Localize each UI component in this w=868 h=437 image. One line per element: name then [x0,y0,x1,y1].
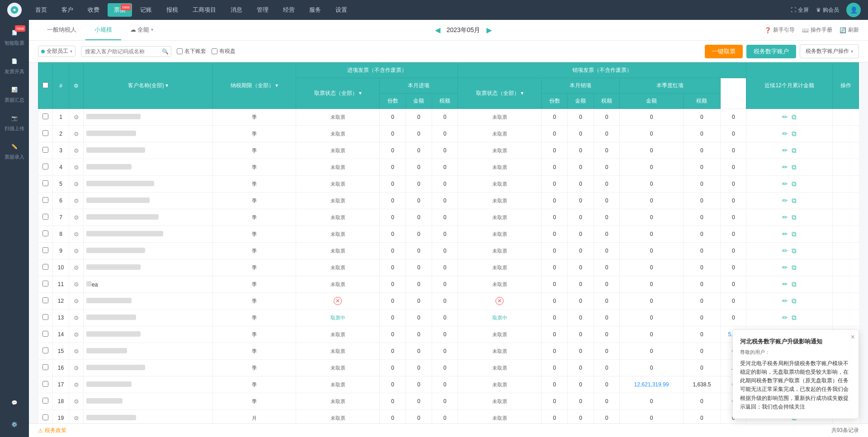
output-status-error-icon[interactable]: ✕ [495,297,504,305]
edit-btn[interactable]: ✏ [781,229,789,239]
row-checkbox[interactable] [42,348,48,353]
edit-btn[interactable]: ✏ [781,212,789,222]
row-setting-icon[interactable]: ⚙ [74,131,79,137]
nav-item-service[interactable]: 服务 [303,3,327,17]
nav-item-home[interactable]: 首页 [29,3,53,17]
row-setting-icon[interactable]: ⚙ [74,298,79,305]
row-setting-icon[interactable]: ⚙ [74,197,79,204]
row-setting-icon[interactable]: ⚙ [74,398,79,405]
nav-item-bookkeeping[interactable]: 记账 [134,3,158,17]
edit-btn[interactable]: ✏ [781,279,789,289]
notification-close-btn[interactable]: × [851,334,855,341]
row-checkbox[interactable] [42,381,48,387]
nav-item-client[interactable]: 客户 [55,3,80,17]
copy-btn[interactable]: ⧉ [791,229,797,239]
th-client-name[interactable]: 客户名称(全部) ▾ [84,63,213,109]
row-setting-icon[interactable]: ⚙ [74,264,79,271]
nav-item-fee[interactable]: 收费 [81,3,106,17]
row-checkbox[interactable] [42,314,48,320]
refresh-btn[interactable]: 🔄 刷新 [840,26,859,34]
tax-disk-checkbox[interactable] [212,48,217,54]
row-checkbox[interactable] [42,180,48,186]
th-output-status[interactable]: 取票状态（全部） ▾ [458,78,542,109]
edit-btn[interactable]: ✏ [781,246,789,256]
sidebar-item-ticket-summary[interactable]: 📊 票据汇总 [2,80,27,107]
row-setting-icon[interactable]: ⚙ [74,214,79,221]
row-checkbox[interactable] [42,264,48,270]
row-checkbox[interactable] [42,164,48,169]
row-setting-icon[interactable]: ⚙ [74,164,79,171]
th-input-status[interactable]: 取票状态（全部） ▾ [296,78,380,109]
row-setting-icon[interactable]: ⚙ [74,348,79,355]
nav-item-settings[interactable]: 设置 [329,3,354,17]
copy-btn[interactable]: ⧉ [791,212,797,222]
copy-btn[interactable]: ⧉ [791,146,797,155]
edit-btn[interactable]: ✏ [781,313,789,323]
row-checkbox[interactable] [42,281,48,287]
row-setting-icon[interactable]: ⚙ [74,281,79,288]
sidebar-item-smart-ticket[interactable]: 🧾 智能取票 new [2,23,27,50]
nav-item-operation[interactable]: 经营 [277,3,301,17]
nav-item-manage[interactable]: 管理 [250,3,275,17]
next-month-btn[interactable]: ▶ [484,25,495,36]
row-checkbox[interactable] [42,197,48,203]
copy-btn[interactable]: ⧉ [791,112,797,122]
row-checkbox[interactable] [42,230,48,236]
copy-btn[interactable]: ⧉ [791,246,797,256]
row-checkbox[interactable] [42,331,48,337]
edit-btn[interactable]: ✏ [781,146,789,155]
manual-btn[interactable]: 📖 操作手册 [802,26,832,34]
edit-btn[interactable]: ✏ [781,263,789,273]
copy-btn[interactable]: ⧉ [791,162,797,172]
sidebar-item-invoice-open[interactable]: 📄 发票开具 [2,52,27,79]
member-btn[interactable]: ♛ 购会员 [816,6,839,14]
one-click-ticket-btn[interactable]: 一键取票 [705,45,743,58]
fullscreen-btn[interactable]: ⛶ 全屏 [791,6,809,14]
row-checkbox[interactable] [42,130,48,136]
row-setting-icon[interactable]: ⚙ [74,181,79,188]
row-setting-icon[interactable]: ⚙ [74,365,79,371]
sidebar-item-scan-upload[interactable]: 📷 扫描上传 [2,109,27,136]
edit-btn[interactable]: ✏ [781,296,789,306]
edit-btn[interactable]: ✏ [781,129,789,139]
sidebar-item-message-bottom[interactable]: 💬 [2,394,27,412]
sub-tab-small[interactable]: 小规模 [85,20,121,40]
edit-btn[interactable]: ✏ [781,112,789,122]
row-setting-icon[interactable]: ⚙ [74,315,79,321]
nav-item-business[interactable]: 工商项目 [186,3,222,17]
nav-item-ticket[interactable]: 票据 new [108,3,132,17]
edit-btn[interactable]: ✏ [781,162,789,172]
copy-btn[interactable]: ⧉ [791,179,797,189]
sidebar-item-settings-bottom[interactable]: ⚙️ [2,415,27,433]
input-status-error-icon[interactable]: ✕ [334,297,342,305]
row-checkbox[interactable] [42,398,48,404]
red-amount-link[interactable]: 12,621,319.99 [634,381,669,388]
row-checkbox[interactable] [42,247,48,253]
tax-disk-checkbox-label[interactable]: 有税盘 [212,47,236,55]
row-checkbox[interactable] [42,364,48,370]
edit-btn[interactable]: ✏ [781,196,789,206]
copy-btn[interactable]: ⧉ [791,296,797,306]
tax-digital-ops-btn[interactable]: 税务数字账户操作 ▾ [800,44,859,58]
tax-digital-btn[interactable]: 税务数字账户 [746,45,796,58]
user-avatar[interactable]: 👤 [846,3,861,17]
select-all-checkbox[interactable] [42,82,48,88]
account-checkbox[interactable] [177,48,183,54]
row-checkbox[interactable] [42,147,48,153]
row-setting-icon[interactable]: ⚙ [74,231,79,238]
new-guide-btn[interactable]: ❓ 新手引导 [764,26,795,34]
copy-btn[interactable]: ⧉ [791,129,797,139]
row-checkbox[interactable] [42,414,48,420]
copy-btn[interactable]: ⧉ [791,279,797,289]
sub-tab-all[interactable]: ☁ 全能 ▾ [121,20,162,40]
sub-tab-general[interactable]: 一般纳税人 [38,20,85,40]
copy-btn[interactable]: ⧉ [791,263,797,273]
th-tax-period[interactable]: 纳税期限（全部） ▾ [212,63,296,109]
row-setting-icon[interactable]: ⚙ [74,381,79,388]
prev-month-btn[interactable]: ◀ [432,25,443,36]
sidebar-item-ticket-entry[interactable]: ✏️ 票据录入 [2,137,27,164]
edit-btn[interactable]: ✏ [781,179,789,189]
row-checkbox[interactable] [42,113,48,119]
employee-select[interactable]: 全部员工 ▾ [38,46,75,57]
row-setting-icon[interactable]: ⚙ [74,147,79,154]
